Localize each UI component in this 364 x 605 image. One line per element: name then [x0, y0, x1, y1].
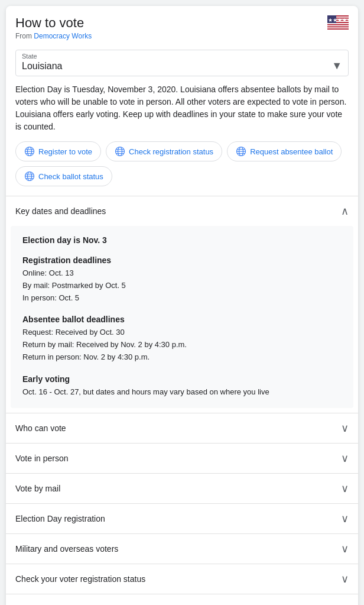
- vote-in-person-section[interactable]: Vote in person ∨: [6, 444, 358, 473]
- military-overseas-section[interactable]: Military and overseas voters ∨: [6, 534, 358, 564]
- globe-icon-4: [24, 171, 35, 182]
- election-day-title: Election day is Nov. 3: [22, 235, 342, 245]
- registration-deadlines-text: Online: Oct. 13 By mail: Postmarked by O…: [22, 267, 342, 304]
- svg-rect-6: [327, 27, 349, 28]
- election-contact-chevron: ∨: [341, 603, 349, 605]
- chevron-down-icon: ▼: [332, 60, 342, 72]
- military-overseas-chevron: ∨: [341, 542, 349, 555]
- main-card: How to vote From Democracy Works ★★★★★★ …: [6, 6, 358, 605]
- vote-in-person-title: Vote in person: [15, 454, 69, 463]
- us-flag-icon: ★★★★★★: [327, 15, 349, 30]
- absentee-deadlines-text: Request: Received by Oct. 30 Return by m…: [22, 326, 342, 363]
- who-can-vote-section[interactable]: Who can vote ∨: [6, 413, 358, 443]
- key-dates-chevron-icon: ∧: [341, 205, 349, 218]
- key-dates-section: Key dates and deadlines ∧ Election day i…: [6, 196, 358, 413]
- collapsible-sections-container: Who can vote ∨ Vote in person ∨ Vote by …: [6, 413, 358, 605]
- who-can-vote-chevron: ∨: [341, 422, 349, 435]
- key-dates-content: Election day is Nov. 3 Registration dead…: [11, 226, 353, 408]
- check-registration-status-button[interactable]: Check registration status: [106, 141, 222, 161]
- page-title: How to vote: [15, 15, 92, 31]
- globe-icon-2: [115, 146, 125, 157]
- early-voting-text: Oct. 16 - Oct. 27, but dates and hours m…: [22, 386, 342, 399]
- svg-rect-5: [327, 25, 349, 27]
- state-value: Louisiana: [22, 61, 63, 72]
- key-dates-header[interactable]: Key dates and deadlines ∧: [6, 196, 358, 226]
- vote-by-mail-section[interactable]: Vote by mail ∨: [6, 474, 358, 503]
- request-absentee-ballot-button[interactable]: Request absentee ballot: [227, 141, 342, 161]
- date-block-registration: Registration deadlines Online: Oct. 13 B…: [22, 255, 342, 304]
- election-day-registration-chevron: ∨: [341, 512, 349, 525]
- action-buttons-container: Register to vote Check registration stat…: [6, 141, 358, 196]
- header: How to vote From Democracy Works ★★★★★★: [6, 6, 358, 45]
- svg-text:★★★★★★: ★★★★★★: [328, 17, 349, 23]
- check-ballot-status-button[interactable]: Check ballot status: [15, 166, 112, 186]
- registration-deadlines-title: Registration deadlines: [22, 255, 342, 265]
- check-voter-registration-chevron: ∨: [341, 572, 349, 585]
- early-voting-title: Early voting: [22, 374, 342, 384]
- election-day-registration-section[interactable]: Election Day registration ∨: [6, 504, 358, 533]
- header-left: How to vote From Democracy Works: [15, 15, 92, 40]
- svg-rect-4: [327, 23, 349, 24]
- who-can-vote-title: Who can vote: [15, 423, 66, 433]
- globe-icon-3: [236, 146, 246, 157]
- vote-in-person-chevron: ∨: [341, 452, 349, 465]
- check-voter-registration-title: Check your voter registration status: [15, 574, 145, 584]
- absentee-deadlines-title: Absentee ballot deadlines: [22, 315, 342, 324]
- source-link[interactable]: Democracy Works: [34, 32, 92, 40]
- vote-by-mail-title: Vote by mail: [15, 484, 60, 493]
- globe-icon-1: [24, 146, 35, 157]
- state-selector[interactable]: State Louisiana ▼: [15, 50, 349, 76]
- vote-by-mail-chevron: ∨: [341, 482, 349, 495]
- source-attribution: From Democracy Works: [15, 32, 92, 40]
- description-text: Election Day is Tuesday, November 3, 202…: [6, 83, 358, 141]
- check-voter-registration-section[interactable]: Check your voter registration status ∨: [6, 564, 358, 594]
- date-block-early-voting: Early voting Oct. 16 - Oct. 27, but date…: [22, 374, 342, 399]
- key-dates-title: Key dates and deadlines: [15, 206, 106, 216]
- election-contact-section[interactable]: Election contact information for Louisia…: [6, 594, 358, 605]
- election-day-registration-title: Election Day registration: [15, 514, 105, 523]
- date-block-absentee: Absentee ballot deadlines Request: Recei…: [22, 315, 342, 363]
- state-label: State: [22, 53, 342, 60]
- state-select-row: Louisiana ▼: [22, 60, 342, 72]
- register-to-vote-button[interactable]: Register to vote: [15, 141, 101, 161]
- military-overseas-title: Military and overseas voters: [15, 544, 118, 554]
- date-block-election-day: Election day is Nov. 3: [22, 235, 342, 245]
